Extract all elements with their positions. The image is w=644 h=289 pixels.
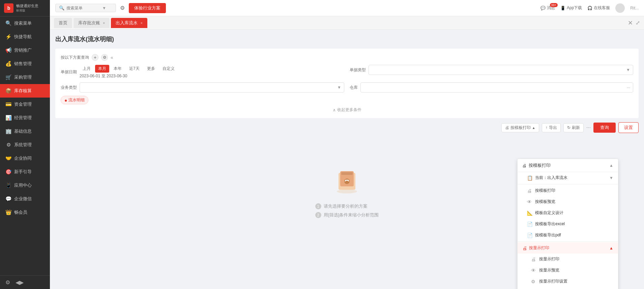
current-template-arrow: ▼ xyxy=(609,176,613,180)
page-content: 出入库流水(流水明细) 按以下方案查询 + ⚙ « 单据日期 上月 xyxy=(50,30,644,289)
app-logo-text: 畅捷通好生意 标准版 xyxy=(16,3,38,12)
filter-tag-row: ● 流水明细 xyxy=(61,96,633,104)
display-group-collapse-icon[interactable]: ▲ xyxy=(609,246,613,251)
inventory-icon: 📦 xyxy=(5,88,11,94)
sidebar: b 畅捷通好生意 标准版 🔍 搜索菜单 ⚡ 快捷导航 📢 营销推广 💰 销售管理 xyxy=(0,0,50,289)
content-area: 🖨 按模板打印 ▲ ↑ 导出 ↻ 刷新 ··· 查询 设置 xyxy=(55,122,639,246)
settings-bottom-icon[interactable]: ⚙ xyxy=(5,279,10,286)
display-print-icon: 🖨 xyxy=(531,257,536,262)
filter-area: 按以下方案查询 + ⚙ « 单据日期 上月 本月 本年 xyxy=(55,49,639,118)
system-icon: ⚙ xyxy=(5,142,11,148)
print-display-group-header[interactable]: 🖨 按显示打印 ▲ xyxy=(518,242,618,254)
collapse-sidebar-icon[interactable]: ◀▶ xyxy=(16,279,24,286)
filter-warehouse-item: 仓库 ··· xyxy=(350,82,633,93)
filter-date-options: 上月 本月 本年 近7天 更多 自定义 2023-06-01 至 2023-06… xyxy=(80,65,178,79)
sidebar-item-guide[interactable]: 🎯 新手引导 xyxy=(0,165,50,179)
sidebar-item-member[interactable]: 👑 畅会员 xyxy=(0,206,50,219)
filter-header: 按以下方案查询 + ⚙ « xyxy=(61,54,633,61)
filter-biz-type-item: 业务类型 ▼ xyxy=(61,82,344,93)
filter-date-item: 单据日期 上月 本月 本年 近7天 更多 自定义 2023-06-01 至 20… xyxy=(61,65,344,79)
display-print-settings-item[interactable]: ⚙ 按显示打印设置 xyxy=(518,276,618,287)
marketing-icon: 📢 xyxy=(5,47,11,53)
sidebar-item-inventory[interactable]: 📦 库存核算 xyxy=(0,84,50,98)
export-button[interactable]: ↑ 导出 xyxy=(542,123,561,132)
topbar-search-box[interactable]: 🔍 ▼ xyxy=(55,4,116,12)
display-preview-item[interactable]: 👁 按显示预览 xyxy=(518,265,618,276)
sidebar-item-finance[interactable]: 💳 资金管理 xyxy=(0,98,50,111)
message-button[interactable]: 💬 消息 99+ xyxy=(540,5,555,11)
print-current-template[interactable]: 📋 当前：出入库流水 ▼ xyxy=(518,172,618,183)
sidebar-item-search[interactable]: 🔍 搜索菜单 xyxy=(0,17,50,30)
finance-icon: 💳 xyxy=(5,101,11,107)
filter-collapse-button[interactable]: ∧ 收起更多条件 xyxy=(61,107,633,113)
print-template-custom[interactable]: 📐 模板自定义设计 xyxy=(518,207,618,218)
date-btn-last-month[interactable]: 上月 xyxy=(80,65,94,73)
settings-icon[interactable]: ⚙ xyxy=(120,5,125,11)
sidebar-item-enterprise[interactable]: 🤝 企业协同 xyxy=(0,152,50,165)
tab-close-inventory-batch[interactable]: × xyxy=(103,21,105,25)
print-template-excel[interactable]: 📄 按模板导出excel xyxy=(518,218,618,230)
sidebar-item-management[interactable]: 📊 经营管理 xyxy=(0,111,50,125)
empty-illustration xyxy=(330,163,364,196)
filter-add-button[interactable]: + xyxy=(92,54,98,61)
warehouse-select-more-icon: ··· xyxy=(627,85,630,90)
print-dropdown-scroll: 📋 当前：出入库流水 ▼ 🖨 按模板打印 👁 按模板预览 xyxy=(518,172,618,289)
sidebar-item-basic-info[interactable]: 🏢 基础信息 xyxy=(0,125,50,138)
date-btn-this-month[interactable]: 本月 xyxy=(95,65,109,73)
filter-doc-type-select[interactable]: ▼ xyxy=(369,65,633,75)
template-custom-icon: 📐 xyxy=(527,210,532,216)
tab-in-out-flow[interactable]: 出入库流水 × xyxy=(111,18,147,28)
filter-warehouse-select[interactable]: ··· xyxy=(360,82,633,93)
trial-button[interactable]: 体验行业方案 xyxy=(129,3,166,13)
template-print-icon: 🖨 xyxy=(527,188,532,193)
current-template-icon: 📋 xyxy=(527,175,532,181)
app-logo-icon: b xyxy=(4,3,13,13)
refresh-button[interactable]: ↻ 刷新 xyxy=(563,123,584,132)
tab-close-in-out-flow[interactable]: × xyxy=(140,21,142,25)
display-print-item[interactable]: 🖨 按显示打印 xyxy=(518,254,618,265)
svg-point-6 xyxy=(347,180,349,181)
sidebar-item-sales[interactable]: 💰 销售管理 xyxy=(0,57,50,71)
date-btn-custom[interactable]: 自定义 xyxy=(159,65,178,73)
sidebar-nav: 🔍 搜索菜单 ⚡ 快捷导航 📢 营销推广 💰 销售管理 🛒 采购管理 📦 xyxy=(0,17,50,275)
action-bar: 🖨 按模板打印 ▲ ↑ 导出 ↻ 刷新 ··· 查询 设置 xyxy=(55,122,639,133)
filter-row-2: 业务类型 ▼ 仓库 ··· xyxy=(61,82,633,93)
app-download-button[interactable]: 📱 App下载 xyxy=(560,5,582,11)
filter-collapse-icon[interactable]: « xyxy=(111,55,113,60)
sidebar-item-app-center[interactable]: 📱 应用中心 xyxy=(0,179,50,192)
divider-2 xyxy=(518,241,618,242)
display-preview-icon: 👁 xyxy=(531,268,536,273)
user-avatar[interactable] xyxy=(615,3,625,13)
filter-settings-button[interactable]: ⚙ xyxy=(101,54,108,61)
query-button[interactable]: 查询 xyxy=(593,123,616,133)
print-template-pdf[interactable]: 📄 按模板导出pdf xyxy=(518,230,618,241)
sidebar-item-wechat[interactable]: 💬 企业微信 xyxy=(0,192,50,206)
phone-icon: 📱 xyxy=(560,6,565,10)
date-btn-7days[interactable]: 近7天 xyxy=(126,65,143,73)
tab-bar-expand-icon[interactable]: ⤢ xyxy=(636,20,640,26)
date-btn-this-year[interactable]: 本年 xyxy=(111,65,125,73)
message-badge: 99+ xyxy=(550,3,558,7)
biz-select-chevron-icon: ▼ xyxy=(337,85,341,90)
print-template-button[interactable]: 🖨 按模板打印 ▲ xyxy=(501,123,539,132)
sidebar-item-system[interactable]: ⚙ 系统管理 xyxy=(0,138,50,152)
online-service-button[interactable]: 🎧 在线客服 xyxy=(587,5,610,11)
tab-inventory-batch[interactable]: 库存批次账 × xyxy=(74,18,110,28)
display-export-excel-item[interactable]: 📄 按显示导出excel xyxy=(518,287,618,289)
tag-icon: ● xyxy=(64,98,67,103)
print-dropdown-header: 🖨 按模板打印 ▲ xyxy=(518,159,618,172)
sidebar-item-purchase[interactable]: 🛒 采购管理 xyxy=(0,71,50,84)
sidebar-item-quick-nav[interactable]: ⚡ 快捷导航 xyxy=(0,30,50,44)
filter-biz-type-select[interactable]: ▼ xyxy=(80,82,344,93)
print-template-preview[interactable]: 👁 按模板预览 xyxy=(518,196,618,207)
dropdown-collapse-icon[interactable]: ▲ xyxy=(609,163,613,168)
print-template-print[interactable]: 🖨 按模板打印 xyxy=(518,185,618,196)
sidebar-item-marketing[interactable]: 📢 营销推广 xyxy=(0,44,50,57)
tab-home[interactable]: 首页 xyxy=(54,18,72,28)
tab-bar-close-icon[interactable]: ✕ xyxy=(628,19,633,27)
search-input[interactable] xyxy=(66,6,100,10)
search-icon: 🔍 xyxy=(5,20,11,26)
date-btn-more[interactable]: 更多 xyxy=(144,65,158,73)
more-options-button[interactable]: ··· xyxy=(586,125,591,131)
settings-button[interactable]: 设置 xyxy=(618,122,639,133)
